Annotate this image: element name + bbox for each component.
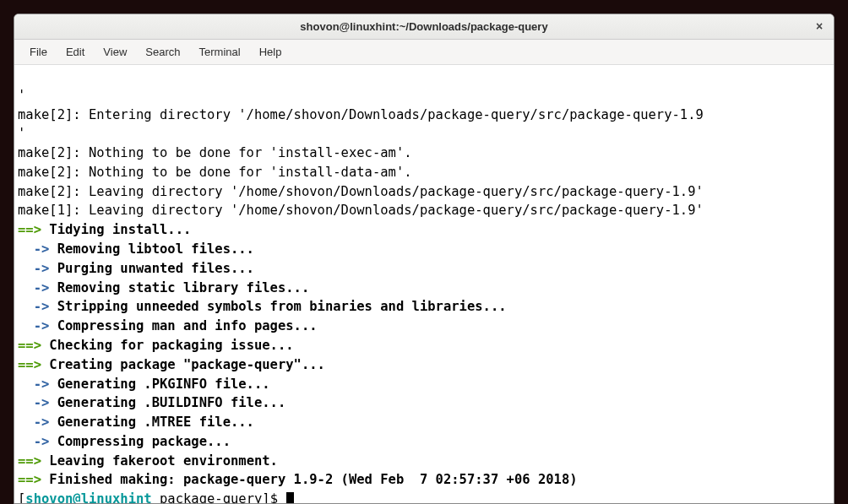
prompt-bracket: [	[18, 490, 25, 503]
sub-marker: ->	[18, 241, 49, 257]
sub-marker: ->	[18, 415, 49, 430]
arrow-marker: ==>	[18, 357, 41, 372]
menu-view[interactable]: View	[95, 43, 135, 61]
output-text: Removing static library files...	[49, 280, 309, 295]
menu-file[interactable]: File	[21, 43, 56, 61]
prompt-dir: package-query	[160, 490, 262, 503]
arrow-marker: ==>	[18, 472, 41, 487]
output-line: '	[18, 126, 25, 141]
output-line: make[2]: Leaving directory '/home/shovon…	[18, 184, 704, 199]
close-button[interactable]: ×	[812, 19, 827, 34]
sub-marker: ->	[18, 318, 49, 333]
terminal-area[interactable]: ' make[2]: Entering directory '/home/sho…	[14, 65, 834, 503]
titlebar: shovon@linuxhint:~/Downloads/package-que…	[14, 14, 834, 40]
sub-marker: ->	[18, 395, 49, 410]
output-text: Leaving fakeroot environment.	[41, 453, 278, 469]
cursor-icon	[286, 492, 294, 503]
output-text: Finished making: package-query 1.9-2 (We…	[41, 472, 578, 487]
sub-marker: ->	[18, 261, 49, 276]
menubar: File Edit View Search Terminal Help	[14, 40, 834, 65]
output-line: make[2]: Nothing to be done for 'install…	[18, 145, 412, 160]
menu-help[interactable]: Help	[251, 43, 291, 61]
output-text: Compressing man and info pages...	[49, 318, 317, 333]
prompt-line: [shovon@linuxhint package-query]$	[18, 490, 830, 503]
output-text: Creating package "package-query"...	[41, 357, 325, 372]
sub-marker: ->	[18, 377, 49, 392]
window-title: shovon@linuxhint:~/Downloads/package-que…	[300, 20, 547, 33]
arrow-marker: ==>	[18, 338, 41, 353]
menu-terminal[interactable]: Terminal	[191, 43, 249, 61]
menu-search[interactable]: Search	[137, 43, 188, 61]
sub-marker: ->	[18, 434, 49, 449]
prompt-close: ]$	[262, 490, 285, 503]
output-text: Tidying install...	[41, 222, 191, 237]
output-text: Compressing package...	[49, 434, 231, 449]
output-text: Checking for packaging issue...	[41, 338, 294, 353]
close-icon: ×	[816, 19, 823, 33]
output-line: '	[18, 88, 25, 103]
output-line: make[2]: Nothing to be done for 'install…	[18, 165, 412, 180]
terminal-window: shovon@linuxhint:~/Downloads/package-que…	[14, 14, 834, 504]
output-line: make[2]: Entering directory '/home/shovo…	[18, 107, 704, 122]
menu-edit[interactable]: Edit	[57, 43, 93, 61]
output-text: Generating .BUILDINFO file...	[49, 395, 285, 410]
output-text: Stripping unneeded symbols from binaries…	[49, 299, 506, 314]
output-text: Generating .MTREE file...	[49, 415, 254, 430]
prompt-user: shovon@linuxhint	[25, 490, 151, 503]
output-line: make[1]: Leaving directory '/home/shovon…	[18, 203, 704, 218]
arrow-marker: ==>	[18, 222, 41, 237]
arrow-marker: ==>	[18, 453, 41, 469]
output-text: Generating .PKGINFO file...	[49, 377, 269, 392]
prompt-sep	[152, 490, 160, 503]
output-text: Purging unwanted files...	[49, 261, 254, 276]
sub-marker: ->	[18, 280, 49, 295]
sub-marker: ->	[18, 299, 49, 314]
output-text: Removing libtool files...	[49, 241, 254, 257]
